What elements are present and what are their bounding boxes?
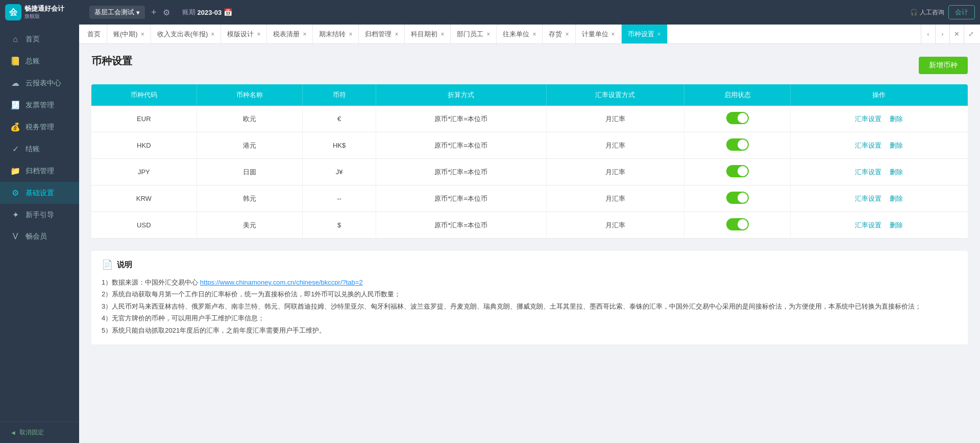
- calendar-icon[interactable]: 📅: [224, 8, 232, 16]
- tab-close-income[interactable]: ×: [211, 31, 214, 38]
- tab-tax[interactable]: 税表清册×: [267, 25, 313, 44]
- cell-name: 韩元: [197, 185, 302, 212]
- tab-close-tax[interactable]: ×: [303, 31, 306, 38]
- tab-label-period: 期末结转: [319, 30, 346, 39]
- cell-symbol: HK$: [303, 132, 376, 159]
- tab-income[interactable]: 收入支出表(年报)×: [151, 25, 222, 44]
- rate-setting-link-USD[interactable]: 汇率设置: [855, 221, 881, 229]
- notice-link[interactable]: https://www.chinamoney.com.cn/chinese/bk…: [200, 278, 363, 286]
- cell-conversion: 原币*汇率=本位币: [376, 132, 546, 159]
- notice-item: 1）数据来源：中国外汇交易中心 https://www.chinamoney.c…: [102, 276, 958, 288]
- toggle-enabled-JPY[interactable]: [726, 165, 749, 177]
- tab-template[interactable]: 模版设计×: [221, 25, 267, 44]
- tab-balance[interactable]: 账(中期)×: [107, 25, 151, 44]
- rate-setting-link-EUR[interactable]: 汇率设置: [855, 115, 881, 123]
- sidebar-item-invoice[interactable]: 🧾发票管理: [0, 94, 79, 116]
- rate-setting-link-JPY[interactable]: 汇率设置: [855, 168, 881, 176]
- toggle-enabled-EUR[interactable]: [726, 112, 749, 124]
- tab-close-dept[interactable]: ×: [486, 31, 490, 38]
- logo-initial: 会: [9, 7, 17, 18]
- sidebar-footer[interactable]: ◄ 取消固定: [0, 422, 79, 443]
- cell-conversion: 原币*汇率=本位币: [376, 185, 546, 212]
- sidebar-label-vip: 畅会员: [26, 232, 47, 241]
- delete-link-USD[interactable]: 删除: [890, 221, 903, 229]
- logo-icon: 会: [5, 4, 21, 20]
- tab-label-unit: 计量单位: [582, 30, 608, 39]
- sidebar-item-tax[interactable]: 💰税务管理: [0, 116, 79, 138]
- toggle-knob: [738, 219, 748, 229]
- tab-prev-btn[interactable]: ‹: [921, 25, 935, 44]
- period-area: 账期 2023-03 📅: [182, 8, 233, 17]
- cell-actions: 汇率设置删除: [790, 212, 968, 239]
- toggle-enabled-HKD[interactable]: [726, 138, 749, 151]
- cell-enabled: [684, 212, 790, 239]
- sidebar-item-report[interactable]: ☁云报表中心: [0, 72, 79, 94]
- cell-actions: 汇率设置删除: [790, 185, 968, 212]
- sidebar-item-settings[interactable]: ⚙基础设置: [0, 182, 79, 204]
- rate-setting-link-KRW[interactable]: 汇率设置: [855, 195, 881, 202]
- sidebar-label-tax: 税务管理: [26, 123, 54, 132]
- cell-code: USD: [91, 212, 197, 239]
- cell-conversion: 原币*汇率=本位币: [376, 159, 546, 185]
- tab-close-stock[interactable]: ×: [565, 31, 569, 38]
- tab-label-balance: 账(中期): [113, 30, 138, 39]
- tab-label-partner: 往来单位: [503, 30, 529, 39]
- tab-expand-btn[interactable]: ⤢: [964, 25, 978, 44]
- toggle-enabled-KRW[interactable]: [726, 192, 749, 204]
- sidebar-item-vip[interactable]: V畅会员: [0, 226, 79, 247]
- rate-setting-link-HKD[interactable]: 汇率设置: [855, 142, 881, 149]
- delete-link-KRW[interactable]: 删除: [890, 195, 903, 202]
- cell-symbol: --: [303, 185, 376, 212]
- sidebar-label-report: 云报表中心: [26, 79, 61, 88]
- sidebar-item-home[interactable]: ⌂首页: [0, 29, 79, 50]
- delete-link-HKD[interactable]: 删除: [890, 142, 903, 149]
- notice-box: 📄 说明 1）数据来源：中国外汇交易中心 https://www.chinamo…: [91, 251, 968, 344]
- cell-enabled: [684, 159, 790, 185]
- tab-close-all-btn[interactable]: ✕: [949, 25, 964, 44]
- sidebar-item-checkout[interactable]: ✓结账: [0, 138, 79, 160]
- notice-item: 2）系统自动获取每月第一个工作日的汇率标价，统一为直接标价法，即1外币可以兑换的…: [102, 288, 958, 300]
- tab-archive[interactable]: 归档管理×: [359, 25, 405, 44]
- tab-close-subject[interactable]: ×: [440, 31, 444, 38]
- tab-next-btn[interactable]: ›: [935, 25, 949, 44]
- tab-close-period[interactable]: ×: [349, 31, 352, 38]
- content-area: 首页账(中期)×收入支出表(年报)×模版设计×税表清册×期末结转×归档管理×科目…: [79, 25, 980, 443]
- logo-area: 会 畅捷通好会计 旗舰版: [5, 4, 84, 20]
- cell-rate-type: 月汇率: [546, 159, 684, 185]
- toggle-knob: [738, 166, 748, 176]
- sidebar-item-guide[interactable]: ✦新手引导: [0, 204, 79, 226]
- account-button[interactable]: 会计: [948, 5, 975, 19]
- currency-table: 币种代码币种名称币符折算方式汇率设置方式启用状态操作 EUR欧元€原币*汇率=本…: [91, 84, 968, 239]
- tab-close-partner[interactable]: ×: [532, 31, 536, 38]
- table-header: 币种名称: [197, 84, 302, 106]
- tab-close-unit[interactable]: ×: [611, 31, 615, 38]
- company-select[interactable]: 基层工会测试 ▾: [89, 6, 145, 19]
- tab-label-subject: 科目期初: [411, 30, 437, 39]
- tab-subject[interactable]: 科目期初×: [405, 25, 451, 44]
- tab-close-archive[interactable]: ×: [395, 31, 398, 38]
- toggle-enabled-USD[interactable]: [726, 218, 749, 230]
- tab-partner[interactable]: 往来单位×: [497, 25, 543, 44]
- sidebar-item-archive[interactable]: 📁归档管理: [0, 160, 79, 182]
- sidebar-item-ledger[interactable]: 📒总账: [0, 50, 79, 72]
- tab-dept[interactable]: 部门员工×: [451, 25, 497, 44]
- help-button[interactable]: 🎧 人工咨询: [910, 8, 944, 17]
- tab-label-currency: 币种设置: [628, 30, 654, 39]
- tab-close-balance[interactable]: ×: [141, 31, 144, 38]
- sidebar-label-invoice: 发票管理: [26, 101, 54, 110]
- tab-stock[interactable]: 存货×: [543, 25, 575, 44]
- tab-period[interactable]: 期末结转×: [313, 25, 359, 44]
- settings-icon[interactable]: ⚙: [163, 8, 170, 17]
- tab-unit[interactable]: 计量单位×: [576, 25, 622, 44]
- tab-home[interactable]: 首页: [81, 25, 107, 44]
- cell-actions: 汇率设置删除: [790, 106, 968, 132]
- delete-link-JPY[interactable]: 删除: [890, 168, 903, 176]
- tab-currency[interactable]: 币种设置×: [622, 25, 668, 44]
- delete-link-EUR[interactable]: 删除: [890, 115, 903, 123]
- tab-close-currency[interactable]: ×: [657, 31, 661, 38]
- tab-close-template[interactable]: ×: [257, 31, 260, 38]
- cell-code: HKD: [91, 132, 197, 159]
- new-currency-button[interactable]: 新增币种: [919, 57, 968, 74]
- add-tab-btn[interactable]: +: [151, 7, 157, 18]
- cell-symbol: €: [303, 106, 376, 132]
